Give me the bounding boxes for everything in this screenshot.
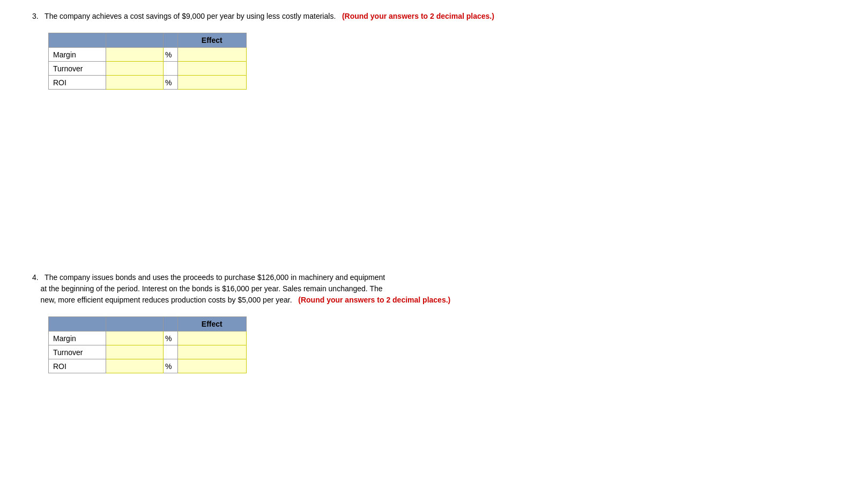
q3-roi-input[interactable] (106, 76, 163, 90)
question-4-number: 4. (32, 273, 39, 282)
q4-header-col3 (163, 317, 177, 331)
q3-roi-percent: % (163, 76, 177, 90)
q3-roi-effect-input[interactable] (177, 76, 246, 90)
question-3-table-container: Effect Margin % Turnover (48, 33, 836, 90)
q3-margin-effect-input[interactable] (177, 48, 246, 62)
q4-row-turnover: Turnover (49, 345, 247, 359)
q4-roi-input[interactable] (106, 359, 163, 373)
q4-turnover-label: Turnover (49, 345, 106, 359)
question-4-red-text: (Round your answers to 2 decimal places.… (298, 296, 450, 304)
q3-header-col2 (106, 33, 163, 48)
q4-margin-input[interactable] (106, 331, 163, 345)
q4-margin-effect-input[interactable] (177, 331, 246, 345)
q4-turnover-input[interactable] (106, 345, 163, 359)
question-4-table: Effect Margin % Turnover (48, 316, 247, 373)
question-3-table: Effect Margin % Turnover (48, 33, 247, 90)
q3-margin-input[interactable] (106, 48, 163, 62)
q4-header-col1 (49, 317, 106, 331)
q4-header-effect: Effect (177, 317, 246, 331)
q3-margin-label: Margin (49, 48, 106, 62)
question-4-text: 4. The company issues bonds and uses the… (32, 272, 836, 306)
q3-row-roi: ROI % (49, 76, 247, 90)
q3-turnover-label: Turnover (49, 62, 106, 76)
q3-header-col1 (49, 33, 106, 48)
q4-margin-label: Margin (49, 331, 106, 345)
question-3-block: 3. The company achieves a cost savings o… (32, 11, 836, 90)
q3-turnover-percent-empty (163, 62, 177, 76)
question-3-number: 3. (32, 12, 39, 20)
q4-roi-percent: % (163, 359, 177, 373)
q3-row-margin: Margin % (49, 48, 247, 62)
question-3-red-text: (Round your answers to 2 decimal places.… (342, 12, 494, 20)
q3-turnover-input[interactable] (106, 62, 163, 76)
q4-turnover-percent-empty (163, 345, 177, 359)
q4-row-roi: ROI % (49, 359, 247, 373)
q4-roi-label: ROI (49, 359, 106, 373)
question-4-block: 4. The company issues bonds and uses the… (32, 272, 836, 373)
question-3-plain-text: The company achieves a cost savings of $… (44, 12, 336, 20)
q4-turnover-effect-input[interactable] (177, 345, 246, 359)
q3-roi-label: ROI (49, 76, 106, 90)
q3-turnover-effect-input[interactable] (177, 62, 246, 76)
q3-row-turnover: Turnover (49, 62, 247, 76)
q3-margin-percent: % (163, 48, 177, 62)
spacer-between-questions (32, 111, 836, 272)
q3-header-col3 (163, 33, 177, 48)
q4-roi-effect-input[interactable] (177, 359, 246, 373)
q4-row-margin: Margin % (49, 331, 247, 345)
q3-header-effect: Effect (177, 33, 246, 48)
q4-margin-percent: % (163, 331, 177, 345)
q4-header-col2 (106, 317, 163, 331)
question-3-text: 3. The company achieves a cost savings o… (32, 11, 836, 22)
question-4-table-container: Effect Margin % Turnover (48, 316, 836, 373)
